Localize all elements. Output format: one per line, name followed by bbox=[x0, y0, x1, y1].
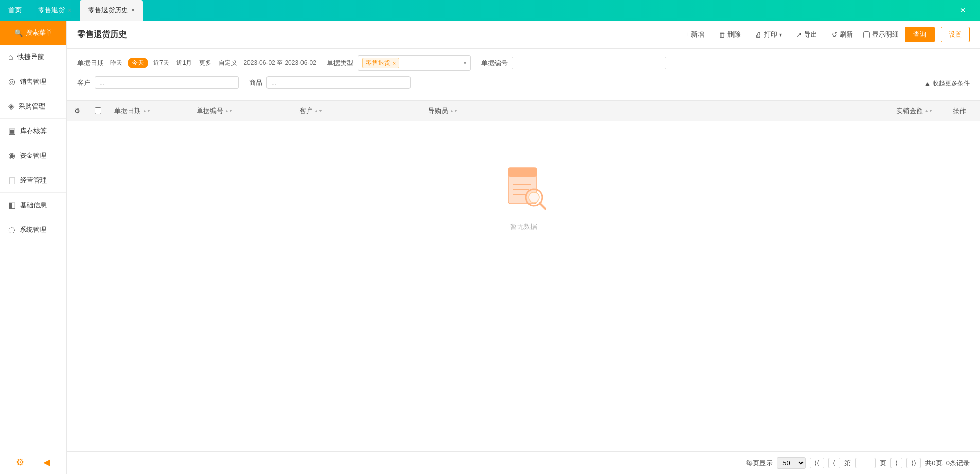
sidebar-item-purchase-label: 采购管理 bbox=[19, 102, 45, 111]
th-date[interactable]: 单据日期 ▲▼ bbox=[108, 106, 190, 116]
table-settings-icon: ⚙ bbox=[74, 107, 80, 115]
shortcut-more[interactable]: 更多 bbox=[197, 58, 213, 68]
filter-doc-number: 单据编号 bbox=[481, 57, 666, 69]
filter-area: 单据日期 昨天 今天 近7天 近1月 更多 自定义 2023-06-02 至 2… bbox=[67, 49, 980, 101]
svg-rect-1 bbox=[508, 168, 537, 177]
header-actions: + 新增 🗑 删除 🖨 打印 ▾ ↗ 导出 ↺ 刷新 bbox=[681, 27, 970, 42]
purchase-icon: ◈ bbox=[8, 101, 14, 111]
delete-button[interactable]: 🗑 删除 bbox=[715, 28, 745, 41]
refresh-button[interactable]: ↺ 刷新 bbox=[828, 28, 857, 41]
sidebar-item-system[interactable]: ◌ 系统管理 bbox=[0, 217, 66, 242]
tab-home-label: 首页 bbox=[8, 6, 22, 15]
collapse-filter-button[interactable]: ▲ 收起更多条件 bbox=[924, 79, 970, 88]
sidebar-item-finance[interactable]: ◉ 资金管理 bbox=[0, 143, 66, 168]
page-title: 零售退货历史 bbox=[77, 29, 127, 40]
th-amount[interactable]: 实销金额 ▲▼ bbox=[525, 106, 939, 116]
query-button[interactable]: 查询 bbox=[905, 27, 935, 42]
first-page-button[interactable]: ⟨⟨ bbox=[810, 458, 824, 468]
doc-type-select[interactable]: 零售退货 × ▾ bbox=[358, 55, 471, 71]
doc-type-tag: 零售退货 × bbox=[362, 58, 399, 68]
total-info: 共0页, 0条记录 bbox=[925, 459, 970, 468]
th-settings[interactable]: ⚙ bbox=[67, 107, 87, 115]
customer-label: 客户 bbox=[77, 78, 91, 87]
next-page-button[interactable]: ⟩ bbox=[890, 458, 902, 468]
sidebar-item-purchase[interactable]: ◈ 采购管理 bbox=[0, 94, 66, 119]
tab-bar: 首页 零售退货 × 零售退货历史 × bbox=[0, 0, 954, 21]
page-label: 第 bbox=[844, 459, 851, 468]
tab-retail-return-label: 零售退货 bbox=[38, 6, 65, 15]
doc-number-label: 单据编号 bbox=[481, 59, 508, 68]
collapse-up-icon: ▲ bbox=[924, 80, 931, 87]
filter-date: 单据日期 昨天 今天 近7天 近1月 更多 自定义 2023-06-02 至 2… bbox=[77, 58, 316, 68]
th-number-label: 单据编号 bbox=[197, 106, 223, 116]
th-customer[interactable]: 客户 ▲▼ bbox=[293, 106, 422, 116]
page-number-input[interactable]: 1 bbox=[855, 458, 876, 468]
inventory-icon: ▣ bbox=[8, 126, 16, 136]
sidebar-item-system-label: 系统管理 bbox=[20, 225, 46, 234]
doc-type-tag-close[interactable]: × bbox=[393, 60, 396, 66]
show-detail-checkbox[interactable] bbox=[863, 31, 870, 38]
empty-text: 暂无数据 bbox=[510, 222, 537, 231]
pagination-bar: 每页显示 20 50 100 ⟨⟨ ⟨ 第 1 页 ⟩ ⟩⟩ 共0页, 0条记录 bbox=[67, 451, 980, 474]
tab-retail-return-history[interactable]: 零售退货历史 × bbox=[80, 0, 143, 21]
empty-icon-svg bbox=[498, 162, 549, 214]
window-close-button[interactable]: × bbox=[954, 5, 972, 16]
collapse-sidebar-icon[interactable]: ◀ bbox=[43, 457, 50, 468]
print-button[interactable]: 🖨 打印 ▾ bbox=[751, 28, 786, 41]
settings-bottom-icon[interactable]: ⚙ bbox=[16, 457, 24, 468]
sidebar-item-operations[interactable]: ◫ 经营管理 bbox=[0, 168, 66, 193]
shortcut-yesterday[interactable]: 昨天 bbox=[108, 58, 124, 68]
sort-number-icon: ▲▼ bbox=[225, 109, 233, 113]
th-number[interactable]: 单据编号 ▲▼ bbox=[190, 106, 293, 116]
sales-icon: ◎ bbox=[8, 77, 15, 86]
page-unit: 页 bbox=[880, 459, 886, 468]
th-customer-label: 客户 bbox=[299, 106, 313, 116]
last-page-button[interactable]: ⟩⟩ bbox=[906, 458, 921, 468]
sidebar-item-quicknav-label: 快捷导航 bbox=[17, 52, 44, 62]
shortcut-today[interactable]: 今天 bbox=[128, 58, 148, 68]
customer-select[interactable]: ... bbox=[95, 76, 239, 89]
export-button[interactable]: ↗ 导出 bbox=[792, 28, 822, 41]
sidebar-search-label: 搜索菜单 bbox=[26, 28, 52, 38]
add-button[interactable]: + 新增 bbox=[681, 28, 708, 41]
sidebar-item-sales[interactable]: ◎ 销售管理 bbox=[0, 69, 66, 94]
prev-page-button[interactable]: ⟨ bbox=[828, 458, 840, 468]
shortcut-1month[interactable]: 近1月 bbox=[174, 58, 194, 68]
sidebar-item-basic-info[interactable]: ◧ 基础信息 bbox=[0, 193, 66, 217]
shortcut-7days[interactable]: 近7天 bbox=[151, 58, 171, 68]
goods-select[interactable]: ... bbox=[266, 76, 411, 89]
doc-number-input[interactable] bbox=[512, 57, 666, 69]
shortcut-custom[interactable]: 自定义 bbox=[217, 58, 239, 68]
doc-type-tag-text: 零售退货 bbox=[366, 59, 390, 67]
sidebar-search[interactable]: 🔍 搜索菜单 bbox=[0, 21, 66, 45]
page-size-select[interactable]: 20 50 100 bbox=[777, 457, 806, 469]
tab-retail-return-history-close[interactable]: × bbox=[131, 7, 135, 14]
sidebar-item-inventory-label: 库存核算 bbox=[20, 126, 47, 136]
th-guide[interactable]: 导购员 ▲▼ bbox=[422, 106, 525, 116]
sidebar-item-quicknav[interactable]: ⌂ 快捷导航 bbox=[0, 45, 66, 69]
sidebar-item-inventory[interactable]: ▣ 库存核算 bbox=[0, 119, 66, 143]
tab-home[interactable]: 首页 bbox=[0, 0, 30, 21]
home-icon: ⌂ bbox=[8, 52, 13, 62]
main-layout: 🔍 搜索菜单 ⌂ 快捷导航 ◎ 销售管理 ◈ 采购管理 ▣ 库存核算 ◉ 资金管 bbox=[0, 21, 980, 474]
goods-placeholder: ... bbox=[271, 79, 277, 86]
filter-row-1: 单据日期 昨天 今天 近7天 近1月 更多 自定义 2023-06-02 至 2… bbox=[77, 55, 970, 71]
sidebar-item-finance-label: 资金管理 bbox=[20, 151, 46, 160]
th-guide-label: 导购员 bbox=[428, 106, 448, 116]
print-arrow: ▾ bbox=[779, 32, 782, 38]
settings-button[interactable]: 设置 bbox=[941, 27, 970, 42]
tab-retail-return-history-label: 零售退货历史 bbox=[88, 6, 128, 15]
tab-retail-return-close[interactable]: × bbox=[68, 7, 72, 14]
export-icon: ↗ bbox=[796, 31, 802, 39]
operations-icon: ◫ bbox=[8, 175, 16, 185]
finance-icon: ◉ bbox=[8, 151, 15, 160]
basic-info-icon: ◧ bbox=[8, 200, 16, 210]
table-header: ⚙ 单据日期 ▲▼ 单据编号 ▲▼ 客户 ▲▼ bbox=[67, 101, 980, 121]
select-all-checkbox[interactable] bbox=[95, 107, 101, 114]
th-checkbox[interactable] bbox=[87, 107, 108, 114]
print-icon: 🖨 bbox=[755, 31, 762, 39]
sort-guide-icon: ▲▼ bbox=[450, 109, 458, 113]
tab-retail-return[interactable]: 零售退货 × bbox=[30, 0, 80, 21]
show-detail-label[interactable]: 显示明细 bbox=[863, 30, 899, 39]
sort-customer-icon: ▲▼ bbox=[314, 109, 323, 113]
